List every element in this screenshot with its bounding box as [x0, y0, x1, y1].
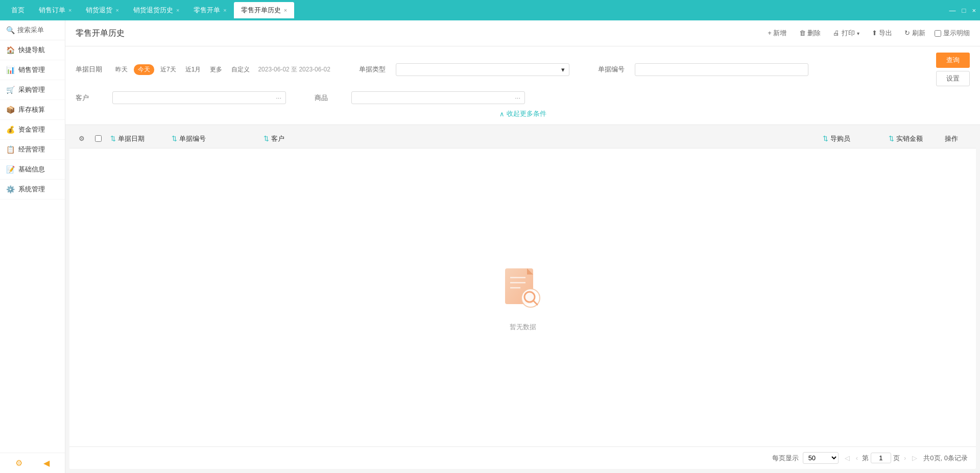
sort-date-icon[interactable]: ⇅ — [110, 135, 116, 142]
filter-area: 单据日期 昨天 今天 近7天 近1月 更多 自定义 2023-06-02 至 2… — [65, 46, 980, 125]
page-size-select[interactable]: 50 20 100 200 — [803, 452, 839, 464]
setting-button[interactable]: 设置 — [936, 71, 970, 86]
export-button[interactable]: ⬆ 导出 — [869, 27, 896, 40]
print-dropdown-icon: ▾ — [857, 31, 859, 36]
table-header: ⚙ ⇅ 单据日期 ⇅ 单据编号 ⇅ 客户 ⇅ — [69, 129, 976, 148]
sidebar-item-sales-mgmt[interactable]: 📊 销售管理 — [0, 60, 65, 80]
query-button[interactable]: 查询 — [936, 53, 970, 68]
close-tab-retail-open-history[interactable]: × — [284, 7, 287, 13]
tab-home[interactable]: 首页 — [4, 2, 32, 18]
refresh-button[interactable]: ↻ 刷新 — [901, 27, 928, 40]
table-settings-icon[interactable]: ⚙ — [74, 135, 90, 142]
toolbar: + 新增 🗑 删除 🖨 打印 ▾ ⬆ 导出 ↻ 刷新 显示明细 — [764, 27, 970, 40]
th-amount: ⇅ 实销金额 — [880, 134, 931, 143]
settings-gear-icon[interactable]: ⚙ — [15, 458, 22, 468]
th-ops: 操作 — [931, 134, 972, 143]
date-label: 单据日期 — [76, 65, 104, 74]
tab-sales-return-history[interactable]: 销货退货历史 × — [126, 2, 186, 18]
page-header: 零售开单历史 + 新增 🗑 删除 🖨 打印 ▾ ⬆ 导出 ↻ 刷新 — [65, 20, 980, 46]
date-btn-more[interactable]: 更多 — [207, 64, 225, 75]
page-nav: ◁ ‹ 第 1 页 › ▷ — [843, 453, 920, 463]
content-area: 零售开单历史 + 新增 🗑 删除 🖨 打印 ▾ ⬆ 导出 ↻ 刷新 — [65, 20, 980, 473]
sort-customer-icon[interactable]: ⇅ — [264, 135, 269, 142]
basic-info-icon: 📝 — [6, 165, 14, 173]
doc-num-label: 单据编号 — [598, 65, 627, 74]
main-layout: 🔍 搜索采单 🏠 快捷导航 📊 销售管理 🛒 采购管理 📦 库存核算 💰 资金管… — [0, 20, 980, 473]
add-button[interactable]: + 新增 — [764, 27, 790, 40]
first-page-button[interactable]: ◁ — [843, 453, 852, 463]
system-icon: ⚙️ — [6, 185, 14, 193]
filter-row-1: 单据日期 昨天 今天 近7天 近1月 更多 自定义 2023-06-02 至 2… — [76, 53, 970, 86]
empty-icon — [497, 263, 548, 314]
customer-input[interactable]: ··· — [112, 91, 286, 104]
page-label: 第 — [862, 454, 869, 463]
pagination: 每页显示 50 20 100 200 ◁ ‹ 第 1 页 › ▷ 共0页, 0条… — [69, 446, 976, 469]
sort-guide-icon[interactable]: ⇅ — [823, 135, 828, 142]
doc-type-label: 单据类型 — [359, 65, 388, 74]
show-detail-checkbox-label[interactable]: 显示明细 — [935, 29, 970, 38]
per-page-label: 每页显示 — [772, 454, 799, 463]
sidebar-item-quick-nav[interactable]: 🏠 快捷导航 — [0, 40, 65, 60]
sidebar-item-finance[interactable]: 💰 资金管理 — [0, 120, 65, 140]
tab-sales-order[interactable]: 销售订单 × — [32, 2, 79, 18]
empty-state-svg — [497, 263, 548, 314]
tab-retail-open-history[interactable]: 零售开单历史 × — [234, 2, 294, 18]
page-number-input[interactable]: 1 — [871, 453, 891, 463]
goods-input[interactable]: ··· — [351, 91, 525, 104]
next-page-button[interactable]: › — [902, 453, 908, 463]
th-customer: ⇅ 客户 — [259, 134, 819, 143]
doc-type-select[interactable]: ▾ — [396, 63, 569, 76]
sidebar-item-ops-mgmt[interactable]: 📋 经营管理 — [0, 140, 65, 160]
tab-retail-open[interactable]: 零售开单 × — [186, 2, 233, 18]
collapse-more-btn[interactable]: ∧ 收起更多条件 — [76, 109, 970, 118]
empty-state: 暂无数据 — [69, 148, 976, 446]
sidebar-item-basic-info[interactable]: 📝 基础信息 — [0, 160, 65, 180]
minimize-button[interactable]: — — [949, 7, 956, 14]
doc-type-dropdown-icon: ▾ — [561, 66, 565, 73]
show-detail-checkbox[interactable] — [935, 30, 941, 37]
date-shortcuts: 昨天 今天 近7天 近1月 更多 自定义 2023-06-02 至 2023-0… — [112, 64, 330, 75]
sidebar-item-purchase-mgmt[interactable]: 🛒 采购管理 — [0, 80, 65, 100]
table-area: ⚙ ⇅ 单据日期 ⇅ 单据编号 ⇅ 客户 ⇅ — [69, 129, 976, 469]
delete-button[interactable]: 🗑 删除 — [796, 27, 824, 40]
inventory-icon: 📦 — [6, 106, 14, 114]
date-btn-custom[interactable]: 自定义 — [228, 64, 253, 75]
th-guide: ⇅ 导购员 — [819, 134, 880, 143]
close-tab-sales-order[interactable]: × — [68, 7, 71, 13]
date-btn-1month[interactable]: 近1月 — [182, 64, 204, 75]
sort-num-icon[interactable]: ⇅ — [172, 135, 177, 142]
last-page-button[interactable]: ▷ — [910, 453, 919, 463]
close-tab-retail-open[interactable]: × — [223, 7, 226, 13]
prev-page-button[interactable]: ‹ — [854, 453, 860, 463]
chevron-up-icon: ∧ — [499, 110, 505, 118]
table-select-all-checkbox[interactable] — [90, 135, 106, 142]
page-title: 零售开单历史 — [76, 28, 125, 39]
page-total: 共0页, 0条记录 — [923, 454, 968, 463]
sidebar: 🔍 搜索采单 🏠 快捷导航 📊 销售管理 🛒 采购管理 📦 库存核算 💰 资金管… — [0, 20, 65, 473]
close-tab-sales-return-history[interactable]: × — [176, 7, 179, 13]
close-window-button[interactable]: × — [972, 7, 976, 14]
close-tab-sales-return[interactable]: × — [115, 7, 118, 13]
sort-amount-icon[interactable]: ⇅ — [889, 135, 894, 142]
date-btn-7days[interactable]: 近7天 — [157, 64, 179, 75]
customer-label: 客户 — [76, 93, 104, 103]
query-btn-group: 查询 设置 — [936, 53, 970, 86]
sidebar-collapse-icon[interactable]: ◀ — [43, 458, 50, 468]
th-date: ⇅ 单据日期 — [106, 134, 168, 143]
finance-icon: 💰 — [6, 126, 14, 134]
page-suffix: 页 — [893, 454, 900, 463]
purchase-mgmt-icon: 🛒 — [6, 86, 14, 94]
date-btn-today[interactable]: 今天 — [134, 64, 154, 75]
sidebar-item-system[interactable]: ⚙️ 系统管理 — [0, 180, 65, 200]
sidebar-search[interactable]: 🔍 搜索采单 — [0, 20, 65, 40]
sales-mgmt-icon: 📊 — [6, 66, 14, 74]
ops-mgmt-icon: 📋 — [6, 145, 14, 154]
tab-sales-return[interactable]: 销货退货 × — [79, 2, 126, 18]
date-btn-yesterday[interactable]: 昨天 — [112, 64, 131, 75]
sidebar-bottom: ⚙ ◀ — [0, 453, 65, 473]
search-icon: 🔍 — [6, 26, 14, 34]
print-button[interactable]: 🖨 打印 ▾ — [830, 27, 863, 40]
restore-button[interactable]: □ — [962, 7, 966, 14]
doc-num-input[interactable] — [635, 63, 808, 76]
sidebar-item-inventory[interactable]: 📦 库存核算 — [0, 100, 65, 120]
